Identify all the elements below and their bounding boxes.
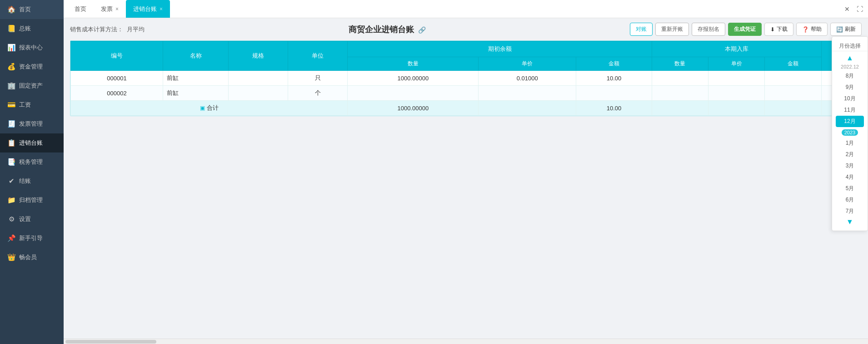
month-nav-up[interactable]: ▲: [832, 53, 868, 63]
sidebar-item-membership[interactable]: 👑畅会员: [0, 248, 64, 267]
sidebar-item-closing[interactable]: ✔结账: [0, 172, 64, 191]
sidebar-icon-tax: 📑: [7, 158, 15, 166]
total-opening-qty: 1000.00000: [348, 101, 479, 116]
main-area: 首页发票×进销台账× ✕ ⛶ 销售成本计算方法： 月平均 商贸企业进销台账 🔗 …: [64, 0, 868, 344]
cell-inbound-qty: [652, 86, 708, 101]
sidebar-icon-settings: ⚙: [7, 215, 15, 223]
sidebar-icon-salary: 💳: [7, 101, 15, 109]
tab-close-invoice-tab[interactable]: ×: [115, 6, 119, 12]
total-label-text: 合计: [207, 104, 219, 112]
sidebar-icon-home: 🏠: [7, 5, 15, 14]
check-button[interactable]: 对账: [630, 23, 653, 36]
refresh-button[interactable]: 🔄 刷新: [830, 23, 862, 36]
save-alias-button[interactable]: 存报别名: [692, 23, 725, 36]
sidebar-item-reports[interactable]: 📊报表中心: [0, 38, 64, 57]
toolbar-buttons: 对账 重新开账 存报别名 生成凭证 ⬇ 下载 ❓ 帮助 🔄 刷新: [630, 23, 862, 36]
scrollbar-thumb[interactable]: [65, 340, 156, 344]
tab-invoice-tab[interactable]: 发票×: [94, 0, 126, 18]
month-item-2023-5月[interactable]: 5月: [832, 183, 868, 194]
col-sub-inbound-price: 单价: [708, 57, 764, 71]
month-item-2022-10月[interactable]: 10月: [832, 93, 868, 104]
help-button[interactable]: ❓ 帮助: [796, 23, 828, 36]
total-inbound-amount: [765, 101, 821, 116]
cost-method-value: 月平均: [127, 25, 145, 34]
col-sub-inbound-amount: 金额: [765, 57, 821, 71]
sidebar-label-purchase-sales: 进销台账: [19, 139, 43, 147]
table-row: 000002 前缸 个: [71, 86, 861, 101]
sidebar-label-archive: 归档管理: [19, 196, 43, 204]
sidebar-item-finance[interactable]: 💰资金管理: [0, 57, 64, 76]
month-item-2022-12[interactable]: 12月: [836, 116, 864, 127]
col-header-opening: 期初余额: [348, 41, 652, 57]
sidebar-label-closing: 结账: [19, 177, 31, 185]
main-table: 编号 名称 规格 单位 期初余额 本期入库 数 数量 单价 金额 数量 单价: [70, 41, 861, 116]
cell-inbound-amount: [765, 86, 821, 101]
generate-voucher-button[interactable]: 生成凭证: [728, 23, 762, 36]
sidebar-item-archive[interactable]: 📁归档管理: [0, 191, 64, 210]
maximize-window-button[interactable]: ⛶: [855, 5, 864, 14]
table-body: 000001 前缸 只 1000.00000 0.01000 10.00 000…: [71, 71, 861, 116]
sidebar-icon-ledger: 📒: [7, 25, 15, 33]
cell-inbound-price: [708, 86, 764, 101]
tab-label-invoice-tab: 发票: [101, 5, 113, 13]
sidebar-icon-closing: ✔: [7, 177, 15, 185]
total-icon: ▣: [200, 105, 205, 111]
month-item-2022-11月[interactable]: 11月: [832, 104, 868, 116]
total-opening-amount: 10.00: [576, 101, 652, 116]
bottom-scrollbar[interactable]: [64, 339, 868, 344]
sidebar-item-tax[interactable]: 📑税务管理: [0, 152, 64, 172]
tab-label-purchase-sales-tab: 进销台账: [133, 5, 157, 13]
month-item-2023-2月[interactable]: 2月: [832, 149, 868, 160]
sidebar-label-guide: 新手引导: [19, 234, 43, 242]
sidebar-label-assets: 固定资产: [19, 82, 43, 90]
cost-method-label: 销售成本计算方法：: [70, 25, 123, 34]
month-item-2023-4月[interactable]: 4月: [832, 172, 868, 183]
col-header-unit: 单位: [288, 41, 348, 71]
year-2023-badge: 2023: [842, 129, 858, 136]
refresh-icon: 🔄: [836, 26, 843, 33]
month-item-2022-9月[interactable]: 9月: [832, 82, 868, 93]
total-label-cell: ▣ 合计: [71, 101, 348, 116]
sidebar-item-assets[interactable]: 🏢固定资产: [0, 76, 64, 95]
cell-opening-price: 0.01000: [479, 71, 576, 86]
month-nav-down[interactable]: ▼: [832, 217, 868, 227]
col-sub-opening-qty: 数量: [348, 57, 479, 71]
col-sub-inbound-qty: 数量: [652, 57, 708, 71]
sidebar-item-purchase-sales[interactable]: 📋进销台账: [0, 133, 64, 152]
tab-close-purchase-sales-tab[interactable]: ×: [160, 6, 163, 12]
month-item-2022-8月[interactable]: 8月: [832, 70, 868, 82]
sidebar-label-home: 首页: [19, 5, 31, 14]
cell-unit: 个: [288, 86, 348, 101]
month-item-2023-7月[interactable]: 7月: [832, 206, 868, 217]
sidebar-item-ledger[interactable]: 📒总账: [0, 19, 64, 38]
reopen-button[interactable]: 重新开账: [655, 23, 689, 36]
sidebar-item-guide[interactable]: 📌新手引导: [0, 229, 64, 248]
tab-home-tab[interactable]: 首页: [67, 0, 94, 18]
month-item-2023-3月[interactable]: 3月: [832, 160, 868, 172]
month-panel: 月份选择 ▲ 2022.12 8月9月10月11月12月 2023 1月2月3月…: [832, 36, 868, 231]
total-inbound-qty: [652, 101, 708, 116]
sidebar-item-invoice-mgmt[interactable]: 🧾发票管理: [0, 114, 64, 133]
sidebar-item-home[interactable]: 🏠首页: [0, 0, 64, 19]
tab-label-home-tab: 首页: [75, 5, 86, 13]
sidebar-item-salary[interactable]: 💳工资: [0, 95, 64, 114]
download-button[interactable]: ⬇ 下载: [764, 23, 793, 36]
close-window-button[interactable]: ✕: [843, 5, 852, 14]
col-header-spec: 规格: [229, 41, 288, 71]
col-sub-opening-price: 单价: [479, 57, 576, 71]
cell-spec: [229, 86, 288, 101]
cell-opening-amount: [576, 86, 652, 101]
month-item-2023-1月[interactable]: 1月: [832, 138, 868, 149]
cell-inbound-price: [708, 71, 764, 86]
content-top-bar: 销售成本计算方法： 月平均 商贸企业进销台账 🔗 对账 重新开账 存报别名 生成…: [70, 23, 862, 36]
tab-purchase-sales-tab[interactable]: 进销台账×: [126, 0, 170, 18]
sidebar-icon-reports: 📊: [7, 44, 15, 52]
cell-opening-price: [479, 86, 576, 101]
month-item-2023-6月[interactable]: 6月: [832, 194, 868, 206]
cell-name: 前缸: [163, 86, 228, 101]
tab-bar: 首页发票×进销台账× ✕ ⛶: [64, 0, 868, 18]
sidebar-label-finance: 资金管理: [19, 63, 43, 71]
sidebar-item-settings[interactable]: ⚙设置: [0, 210, 64, 229]
title-link-icon[interactable]: 🔗: [418, 26, 426, 34]
sidebar-icon-membership: 👑: [7, 253, 15, 261]
